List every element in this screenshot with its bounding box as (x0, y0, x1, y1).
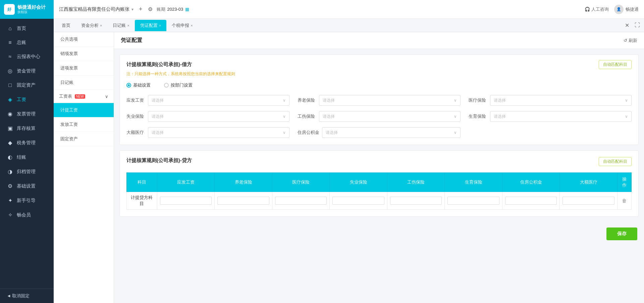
tab-tax[interactable]: 个税申报 × (166, 20, 198, 31)
sybx-select[interactable]: 请选择 ∨ (148, 111, 289, 122)
consult-button[interactable]: 🎧 人工咨询 (585, 6, 609, 12)
td-deyly[interactable] (560, 192, 617, 210)
sidebar-item-tax[interactable]: ◆ 税务管理 (0, 136, 54, 150)
tab-voucher-close[interactable]: × (159, 23, 161, 28)
debit-form-grid: 应发工资 请选择 ∨ 养老保险 请选择 ∨ 医疗 (126, 95, 632, 138)
capital-icon: ◎ (7, 68, 13, 74)
debit-auto-match-button[interactable]: 自动匹配科目 (599, 60, 632, 69)
yfgz-select[interactable]: 请选择 ∨ (148, 95, 289, 106)
top-header: 江西服宝精品有限责任公司内账张 ▾ + ⚙ 账期 2023-03 ▦ 🎧 人工咨… (54, 0, 644, 19)
new-badge: NEW (75, 94, 85, 99)
sidebar-label-invoice: 发票管理 (17, 111, 36, 117)
table-row: 计提贷方科目 🗑 (127, 192, 632, 210)
debit-section-note: 注：只能选择一种方式，系统将按照您当前的选择来配置规则 (126, 71, 632, 77)
username: 畅捷通 (626, 6, 639, 12)
input-deyly[interactable] (562, 197, 614, 205)
input-yfgz[interactable] (160, 197, 212, 205)
credit-auto-match-button[interactable]: 自动匹配科目 (599, 157, 632, 166)
input-sybx2[interactable] (447, 197, 499, 205)
logo-sub: 旗舰版 (17, 10, 46, 14)
td-zfgjj[interactable] (502, 192, 559, 210)
sidebar-label-assets: 固定资产 (17, 82, 36, 88)
yfgz-placeholder: 请选择 (152, 98, 164, 103)
sec-item-sales[interactable]: 销项发票 (54, 47, 114, 61)
tab-home[interactable]: 首页 (56, 20, 76, 31)
input-gsbx[interactable] (390, 197, 442, 205)
sec-label-public: 公共选项 (60, 37, 78, 42)
delete-row-icon[interactable]: 🗑 (622, 198, 627, 203)
gsbx-select[interactable]: 请选择 ∨ (319, 111, 461, 122)
td-delete[interactable]: 🗑 (617, 192, 631, 210)
add-account-button[interactable]: + (138, 6, 144, 13)
tab-tax-close[interactable]: × (191, 23, 193, 28)
sec-group-salary-table[interactable]: 工资表 NEW ∨ (54, 90, 114, 103)
td-gsbx[interactable] (387, 192, 444, 210)
ylbx2-select[interactable]: 请选择 ∨ (490, 95, 632, 106)
sec-label-purchase: 进项发票 (60, 65, 78, 70)
ledger-icon: ≡ (7, 40, 13, 46)
unpin-button[interactable]: ◄ 取消固定 (0, 289, 54, 303)
logo-icon: 好 (4, 4, 15, 15)
sidebar-item-salary[interactable]: ◈ 工资 (0, 92, 54, 107)
sec-item-pay-salary[interactable]: 发放工资 (54, 117, 114, 132)
guide-icon: ✦ (7, 197, 13, 204)
sidebar-item-member[interactable]: ✧ 畅会员 (0, 208, 54, 222)
input-ylbx[interactable] (217, 197, 269, 205)
zfgjj-select[interactable]: 请选择 ∨ (322, 127, 461, 138)
close-tab-icon[interactable]: ✕ (624, 21, 631, 30)
td-sybx2[interactable] (445, 192, 502, 210)
tab-journal[interactable]: 日记账 × (107, 20, 135, 31)
sidebar-item-archive[interactable]: ◑ 归档管理 (0, 164, 54, 179)
input-ylbx2[interactable] (275, 197, 327, 205)
th-zfgjj: 住房公积金 (502, 173, 559, 192)
sec-item-fixed-assets[interactable]: 固定资产 (54, 132, 114, 146)
sec-item-journal[interactable]: 日记账 (54, 75, 114, 90)
user-menu[interactable]: 👤 畅捷通 (614, 5, 639, 14)
td-ylbx[interactable] (215, 192, 272, 210)
sybx2-select[interactable]: 请选择 ∨ (490, 111, 632, 122)
td-sybx[interactable] (330, 192, 387, 210)
sidebar-item-invoice[interactable]: ◉ 发票管理 (0, 107, 54, 121)
calendar-icon[interactable]: ▦ (185, 7, 189, 12)
sidebar-item-reports[interactable]: ≈ 云报表中心 (0, 50, 54, 64)
expand-icon: ∨ (105, 94, 108, 99)
ylbx-label: 养老保险 (298, 97, 316, 103)
deyly-select[interactable]: 请选择 ∨ (148, 127, 289, 138)
tab-capital-close[interactable]: × (100, 23, 102, 28)
sybx2-placeholder: 请选择 (494, 114, 506, 119)
input-sybx[interactable] (332, 197, 384, 205)
tab-journal-close[interactable]: × (127, 23, 129, 28)
credit-section: 计提核算规则(公司承担)-贷方 自动匹配科目 科目 应发工资 养老保险 医疗保险… (119, 150, 639, 217)
company-selector[interactable]: 江西服宝精品有限责任公司内账张 ▾ (59, 6, 133, 12)
td-yfgz[interactable] (157, 192, 214, 210)
radio-dept[interactable]: 按部门设置 (164, 82, 193, 88)
maximize-icon[interactable]: ⛶ (633, 21, 641, 30)
tab-capital[interactable]: 资金分析 × (76, 20, 107, 31)
radio-basic-circle (126, 83, 131, 88)
save-button[interactable]: 保存 (606, 228, 637, 240)
sidebar-item-closing[interactable]: ◐ 结账 (0, 150, 54, 164)
sidebar-item-settings[interactable]: ⚙ 基础设置 (0, 179, 54, 193)
settings-button[interactable]: ⚙ (148, 6, 153, 12)
sidebar-item-ledger[interactable]: ≡ 总账 (0, 36, 54, 50)
sec-label-fixed-assets: 固定资产 (60, 136, 78, 141)
sidebar-item-guide[interactable]: ✦ 新手引导 (0, 193, 54, 208)
refresh-button[interactable]: ↺ 刷新 (624, 38, 637, 44)
sidebar-item-inventory[interactable]: ▣ 库存核算 (0, 121, 54, 136)
td-ylbx2[interactable] (272, 192, 329, 210)
field-ylbx2: 医疗保险 请选择 ∨ (469, 95, 632, 106)
radio-basic[interactable]: 基础设置 (126, 82, 151, 88)
period-selector[interactable]: 账期 2023-03 ▦ (157, 6, 190, 12)
sec-item-public[interactable]: 公共选项 (54, 32, 114, 47)
tab-voucher[interactable]: 凭证配置 × (135, 20, 166, 31)
sec-item-purchase[interactable]: 进项发票 (54, 61, 114, 75)
sidebar-item-capital[interactable]: ◎ 资金管理 (0, 64, 54, 78)
sidebar-item-home[interactable]: ⌂ 首页 (0, 21, 54, 36)
deyly-chevron-icon: ∨ (283, 130, 286, 135)
archive-icon: ◑ (7, 168, 13, 175)
sec-label-salary-table: 工资表 (59, 94, 72, 99)
sidebar-item-assets[interactable]: □ 固定资产 (0, 78, 54, 92)
sec-item-calc-salary[interactable]: 计提工资 (54, 103, 114, 117)
ylbx-select[interactable]: 请选择 ∨ (319, 95, 461, 106)
input-zfgjj[interactable] (505, 197, 557, 205)
